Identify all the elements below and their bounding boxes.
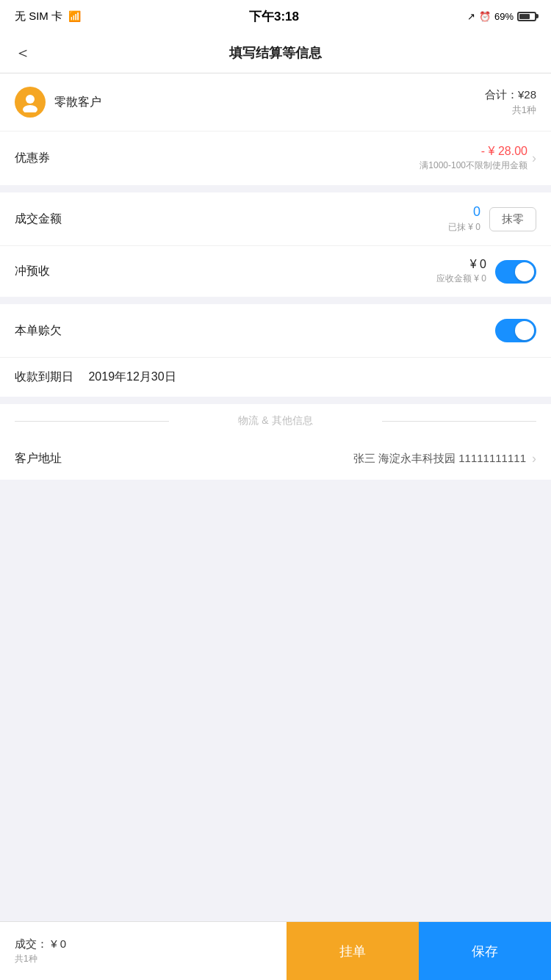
amount-sub: 已抹 ¥ 0 bbox=[448, 221, 480, 234]
logistics-section: 物流 & 其他信息 客户地址 张三 海淀永丰科技园 11111111111 › bbox=[0, 404, 551, 480]
customer-avatar bbox=[15, 87, 46, 118]
back-button[interactable]: ＜ bbox=[15, 42, 31, 64]
total-count: 共1种 bbox=[485, 104, 536, 117]
deal-amount-section: 成交金额 0 已抹 ¥ 0 抹零 冲预收 ¥ 0 应收金额 ¥ 0 bbox=[0, 192, 551, 297]
battery-icon bbox=[517, 12, 536, 21]
bottom-summary: 成交： ¥ 0 共1种 bbox=[0, 937, 287, 965]
address-label: 客户地址 bbox=[15, 451, 62, 466]
save-button[interactable]: 保存 bbox=[419, 922, 551, 981]
customer-left: 零散客户 bbox=[15, 87, 101, 118]
location-icon: ↗ bbox=[467, 11, 475, 22]
due-date-label: 收款到期日 bbox=[15, 370, 73, 383]
round-zero-button[interactable]: 抹零 bbox=[489, 207, 536, 231]
alarm-icon: ⏰ bbox=[479, 11, 491, 22]
bottom-count-label: 共1种 bbox=[15, 953, 272, 965]
due-date-value: 2019年12月30日 bbox=[88, 370, 176, 383]
prepay-value-wrap: ¥ 0 应收金额 ¥ 0 bbox=[436, 258, 486, 285]
prepay-toggle[interactable] bbox=[495, 260, 536, 284]
prepay-sub: 应收金额 ¥ 0 bbox=[436, 273, 486, 285]
credit-row: 本单赊欠 bbox=[0, 304, 551, 357]
deal-amount-row: 成交金额 0 已抹 ¥ 0 抹零 bbox=[0, 192, 551, 246]
status-left: 无 SIM 卡 📶 bbox=[15, 10, 81, 24]
logistics-header: 物流 & 其他信息 bbox=[0, 404, 551, 438]
address-row[interactable]: 客户地址 张三 海淀永丰科技园 11111111111 › bbox=[0, 438, 551, 480]
prepay-row: 冲预收 ¥ 0 应收金额 ¥ 0 bbox=[0, 246, 551, 297]
page-title: 填写结算等信息 bbox=[229, 44, 322, 62]
logistics-label: 物流 & 其他信息 bbox=[238, 414, 312, 426]
prepay-label: 冲预收 bbox=[15, 264, 50, 279]
bottom-deal-amount: ¥ 0 bbox=[51, 937, 66, 950]
battery-percent: 69% bbox=[494, 11, 514, 22]
address-chevron-icon: › bbox=[532, 451, 536, 466]
battery-fill bbox=[519, 14, 530, 19]
coupon-right: - ¥ 28.00 满1000-100不限制使用金额 › bbox=[419, 145, 536, 172]
credit-section: 本单赊欠 收款到期日 2019年12月30日 bbox=[0, 304, 551, 397]
hold-button[interactable]: 挂单 bbox=[287, 922, 419, 981]
coupon-row[interactable]: 优惠券 - ¥ 28.00 满1000-100不限制使用金额 › bbox=[0, 131, 551, 185]
bottom-deal-text: 成交： ¥ 0 bbox=[15, 937, 272, 951]
deal-amount-right: 0 已抹 ¥ 0 抹零 bbox=[448, 204, 536, 234]
carrier-label: 无 SIM 卡 bbox=[15, 10, 62, 24]
wifi-icon: 📶 bbox=[68, 10, 81, 22]
amount-value[interactable]: 0 bbox=[448, 204, 480, 220]
chevron-right-icon: › bbox=[532, 151, 536, 166]
amount-input-wrap: 0 已抹 ¥ 0 bbox=[448, 204, 480, 234]
nav-bar: ＜ 填写结算等信息 bbox=[0, 32, 551, 73]
coupon-value: - ¥ 28.00 满1000-100不限制使用金额 bbox=[419, 145, 527, 172]
customer-name: 零散客户 bbox=[54, 95, 101, 110]
customer-right: 合计：¥28 共1种 bbox=[485, 88, 536, 117]
total-amount: 合计：¥28 bbox=[485, 88, 536, 102]
bottom-bar: 成交： ¥ 0 共1种 挂单 保存 bbox=[0, 921, 551, 980]
coupon-description: 满1000-100不限制使用金额 bbox=[419, 159, 527, 172]
status-bar: 无 SIM 卡 📶 下午3:18 ↗ ⏰ 69% bbox=[0, 0, 551, 32]
bottom-deal-label: 成交： bbox=[15, 937, 48, 950]
avatar-icon bbox=[20, 92, 40, 112]
content: 零散客户 合计：¥28 共1种 优惠券 - ¥ 28.00 满1000-100不… bbox=[0, 73, 551, 553]
credit-toggle[interactable] bbox=[495, 319, 536, 342]
due-date-row: 收款到期日 2019年12月30日 bbox=[0, 357, 551, 397]
customer-row: 零散客户 合计：¥28 共1种 bbox=[0, 73, 551, 131]
status-time: 下午3:18 bbox=[249, 8, 299, 25]
deal-amount-label: 成交金额 bbox=[15, 212, 62, 227]
address-value: 张三 海淀永丰科技园 11111111111 bbox=[76, 452, 526, 466]
prepay-amount: ¥ 0 bbox=[436, 258, 486, 271]
coupon-label: 优惠券 bbox=[15, 151, 50, 166]
svg-point-1 bbox=[23, 105, 37, 112]
coupon-discount: - ¥ 28.00 bbox=[419, 145, 527, 158]
credit-label: 本单赊欠 bbox=[15, 323, 62, 339]
prepay-right-wrap: ¥ 0 应收金额 ¥ 0 bbox=[436, 258, 536, 285]
status-right: ↗ ⏰ 69% bbox=[467, 11, 536, 22]
customer-section: 零散客户 合计：¥28 共1种 优惠券 - ¥ 28.00 满1000-100不… bbox=[0, 73, 551, 185]
svg-point-0 bbox=[26, 95, 35, 104]
